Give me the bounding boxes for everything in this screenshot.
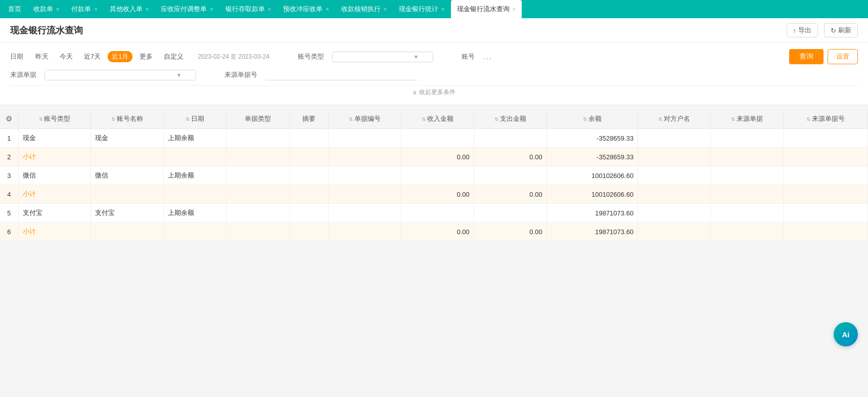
col-header-account-type[interactable]: ⇅ 账号类型 bbox=[18, 109, 91, 129]
col-header-summary: 摘要 bbox=[289, 109, 329, 129]
cell-7: 0.00 bbox=[401, 148, 474, 166]
cell-3 bbox=[164, 148, 226, 166]
sort-icon-date: ⇅ bbox=[186, 116, 191, 122]
cell-11 bbox=[710, 129, 783, 148]
nav-item-receipt-verify[interactable]: 收款核销执行× bbox=[335, 0, 393, 18]
cell-8: 0.00 bbox=[474, 148, 546, 166]
cell-11 bbox=[710, 166, 783, 185]
nav-item-receipt[interactable]: 收款单× bbox=[27, 0, 65, 18]
nav-close-other-income[interactable]: × bbox=[146, 6, 149, 12]
date-shortcut-yesterday[interactable]: 昨天 bbox=[31, 51, 53, 62]
cell-4 bbox=[226, 223, 289, 241]
nav-close-payment[interactable]: × bbox=[94, 6, 97, 12]
nav-item-bank-deposit[interactable]: 银行存取款单× bbox=[219, 0, 277, 18]
cell-1: 小计 bbox=[18, 148, 91, 166]
cell-12 bbox=[783, 223, 867, 241]
top-navigation: 首页收款单×付款单×其他收入单×应收应付调整单×银行存取款单×预收冲应收单×收款… bbox=[0, 0, 868, 18]
cell-11 bbox=[710, 185, 783, 204]
col-header-counterparty[interactable]: ⇅ 对方户名 bbox=[638, 109, 711, 129]
sort-icon-counterparty: ⇅ bbox=[658, 116, 664, 122]
col-header-source-doc-no[interactable]: ⇅ 来源单据号 bbox=[783, 109, 867, 129]
cell-4 bbox=[226, 148, 289, 166]
cell-5 bbox=[289, 129, 329, 148]
cell-4 bbox=[226, 129, 289, 148]
cell-11 bbox=[710, 148, 783, 166]
col-header-date[interactable]: ⇅ 日期 bbox=[164, 109, 226, 129]
settings-gear-icon[interactable]: ⚙ bbox=[6, 114, 12, 123]
nav-item-cash-bank-flow[interactable]: 现金银行流水查询× bbox=[451, 0, 522, 18]
nav-item-ar-adjust[interactable]: 应收应付调整单× bbox=[155, 0, 219, 18]
cell-1: 现金 bbox=[18, 129, 91, 148]
date-filter-label: 日期 bbox=[10, 52, 23, 61]
source-doc-select[interactable]: ▼ bbox=[44, 70, 196, 80]
nav-close-receipt[interactable]: × bbox=[56, 6, 59, 12]
cell-11 bbox=[710, 223, 783, 241]
cell-3: 上期余额 bbox=[164, 129, 226, 148]
col-header-doc-no[interactable]: ⇅ 单据编号 bbox=[329, 109, 401, 129]
cell-6 bbox=[329, 129, 401, 148]
cell-0: 3 bbox=[0, 166, 18, 185]
col-header-income[interactable]: ⇅ 收入金额 bbox=[401, 109, 474, 129]
table-row: 5支付宝支付宝上期余额19871073.60 bbox=[0, 204, 868, 223]
nav-close-receipt-verify[interactable]: × bbox=[384, 6, 387, 12]
cell-2 bbox=[91, 148, 164, 166]
date-shortcut-1month[interactable]: 近1月 bbox=[108, 51, 132, 62]
cell-4 bbox=[226, 185, 289, 204]
date-shortcut-custom[interactable]: 自定义 bbox=[160, 51, 188, 62]
date-shortcut-today[interactable]: 今天 bbox=[56, 51, 77, 62]
date-shortcut-more[interactable]: 更多 bbox=[135, 51, 157, 62]
cell-3 bbox=[164, 223, 226, 241]
query-settings-group: 查询 设置 bbox=[789, 49, 858, 64]
nav-item-cash-bank-stat[interactable]: 现金银行统计× bbox=[393, 0, 450, 18]
account-type-select[interactable]: ▼ bbox=[332, 52, 433, 62]
cell-6 bbox=[329, 166, 401, 185]
col-header-account-name[interactable]: ⇅ 账号名称 bbox=[91, 109, 164, 129]
cell-9: 100102606.60 bbox=[546, 166, 638, 185]
collapse-bar[interactable]: ∧ 收起更多条件 bbox=[10, 85, 858, 99]
nav-close-bank-deposit[interactable]: × bbox=[268, 6, 271, 12]
sort-icon-source-doc: ⇅ bbox=[731, 116, 737, 122]
source-doc-no-input[interactable] bbox=[265, 69, 417, 80]
nav-item-payment[interactable]: 付款单× bbox=[65, 0, 103, 18]
table-container: ⚙⇅ 账号类型⇅ 账号名称⇅ 日期单据类型摘要⇅ 单据编号⇅ 收入金额⇅ 支出金… bbox=[0, 109, 868, 241]
col-header-expense[interactable]: ⇅ 支出金额 bbox=[474, 109, 546, 129]
cell-11 bbox=[710, 204, 783, 223]
nav-item-home[interactable]: 首页 bbox=[2, 0, 27, 18]
nav-close-ar-adjust[interactable]: × bbox=[210, 6, 213, 12]
refresh-button[interactable]: ↻ 刷新 bbox=[824, 23, 858, 37]
cell-0: 2 bbox=[0, 148, 18, 166]
nav-close-cash-bank-stat[interactable]: × bbox=[441, 6, 444, 12]
filter-area: 日期 昨天今天近7天近1月更多自定义 2023-02-24 至 2023-03-… bbox=[0, 43, 868, 105]
cell-9: 100102606.60 bbox=[546, 185, 638, 204]
cell-2: 微信 bbox=[91, 166, 164, 185]
query-button[interactable]: 查询 bbox=[789, 49, 824, 64]
cell-3: 上期余额 bbox=[164, 166, 226, 185]
table-row: 1现金现金上期余额-3528659.33 bbox=[0, 129, 868, 148]
nav-item-other-income[interactable]: 其他收入单× bbox=[104, 0, 155, 18]
settings-button[interactable]: 设置 bbox=[828, 49, 858, 64]
cell-8 bbox=[474, 166, 546, 185]
nav-close-cash-bank-flow[interactable]: × bbox=[513, 6, 516, 12]
cell-1: 小计 bbox=[18, 223, 91, 241]
cell-3: 上期余额 bbox=[164, 204, 226, 223]
table-row: 4小计0.000.00100102606.60 bbox=[0, 185, 868, 204]
page-header: 现金银行流水查询 ↑ 导出 ↻ 刷新 bbox=[0, 18, 868, 43]
account-dots-button[interactable]: ... bbox=[483, 52, 492, 61]
source-doc-label: 来源单据 bbox=[10, 70, 36, 79]
refresh-icon: ↻ bbox=[831, 27, 836, 34]
nav-item-prepay-offset[interactable]: 预收冲应收单× bbox=[277, 0, 335, 18]
table-row: 6小计0.000.0019871073.60 bbox=[0, 223, 868, 241]
cell-10 bbox=[638, 185, 711, 204]
cell-5 bbox=[289, 204, 329, 223]
cell-3 bbox=[164, 185, 226, 204]
cell-6 bbox=[329, 148, 401, 166]
caret-up-icon: ∧ bbox=[413, 89, 417, 96]
export-button[interactable]: ↑ 导出 bbox=[787, 23, 818, 37]
date-shortcut-7days[interactable]: 近7天 bbox=[80, 51, 105, 62]
col-header-balance[interactable]: ⇅ 余额 bbox=[546, 109, 638, 129]
cell-8: 0.00 bbox=[474, 185, 546, 204]
cell-7 bbox=[401, 204, 474, 223]
col-header-source-doc[interactable]: ⇅ 来源单据 bbox=[710, 109, 783, 129]
cell-8 bbox=[474, 204, 546, 223]
nav-close-prepay-offset[interactable]: × bbox=[326, 6, 329, 12]
